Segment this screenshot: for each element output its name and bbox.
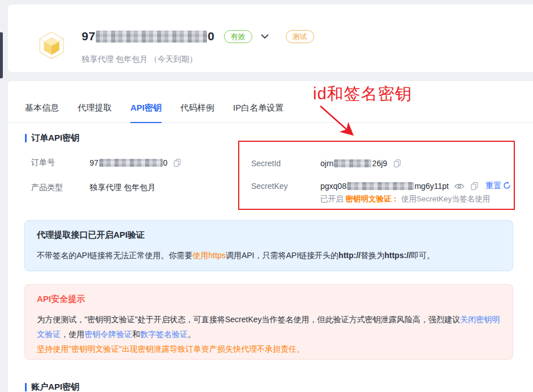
secret-key-label: SecretKey bbox=[251, 182, 320, 191]
censored-order-number-value bbox=[99, 159, 163, 167]
section-title-bar bbox=[25, 383, 27, 391]
show-secret-key-eye-icon[interactable] bbox=[454, 183, 464, 190]
annotation-arrow-icon bbox=[315, 103, 359, 142]
order-header-card: 970 有效 测试 独享代理 包年包月 （今天到期） bbox=[8, 5, 533, 72]
order-number-value: 970 bbox=[90, 158, 167, 167]
api-security-warning-box: API安全提示 为方便测试，"密钥明文验证"处于开启状态，可直接将SecretK… bbox=[24, 284, 513, 360]
test-badge: 测试 bbox=[286, 30, 314, 43]
secret-id-row: SecretId ojrn26j9 bbox=[251, 158, 401, 169]
account-api-key-section-title: 账户API密钥 bbox=[25, 382, 79, 392]
annotation-label: id和签名密钥 bbox=[313, 83, 412, 106]
warning-disclaimer-line: 坚持使用"密钥明文验证"出现密钥泄露导致订单资产损失快代理不承担责任。 bbox=[37, 342, 501, 356]
secret-key-value: pgxq08mg6y11pt bbox=[320, 182, 449, 191]
product-type-row: 产品类型 独享代理 包年包月 bbox=[31, 182, 155, 193]
info-box-title: 代理提取接口已开启API验证 bbox=[37, 230, 501, 241]
censored-order-number bbox=[96, 31, 207, 43]
product-type-value: 独享代理 包年包月 bbox=[90, 183, 155, 193]
plaintext-verification-note: 已开启 密钥明文验证： 使用SecretKey当签名使用 bbox=[320, 194, 490, 204]
tab-code-samples[interactable]: 代码样例 bbox=[180, 103, 214, 123]
api-key-card: 基本信息 代理提取 API密钥 代码样例 IP白名单设置 订单API密钥 订单号… bbox=[8, 81, 533, 392]
tab-proxy-extract[interactable]: 代理提取 bbox=[78, 103, 112, 123]
section-title-bar bbox=[25, 134, 27, 142]
order-number-row: 订单号 970 bbox=[31, 157, 181, 168]
tab-bar: 基本信息 代理提取 API密钥 代码样例 IP白名单设置 bbox=[8, 81, 533, 123]
copy-secret-key-icon[interactable] bbox=[470, 182, 479, 191]
signature-verification-link[interactable]: 数字签名验证 bbox=[140, 330, 188, 339]
api-verification-info-box: 代理提取接口已开启API验证 不带签名的API链接将无法正常使用。你需要使用ht… bbox=[24, 220, 513, 271]
status-badge: 有效 bbox=[224, 30, 252, 43]
copy-secret-id-icon[interactable] bbox=[393, 159, 401, 168]
product-cube-icon bbox=[35, 29, 68, 62]
secret-id-value: ojrn26j9 bbox=[320, 159, 387, 168]
order-number-title: 970 bbox=[82, 29, 215, 43]
censored-secret-id bbox=[334, 159, 371, 167]
use-https-link[interactable]: 使用https bbox=[193, 251, 226, 260]
page: 970 有效 测试 独享代理 包年包月 （今天到期） 基本信息 代理提取 API… bbox=[0, 0, 533, 392]
info-box-body: 不带签名的API链接将无法正常使用。你需要使用https调用API，只需将API… bbox=[37, 248, 501, 263]
chevron-down-icon[interactable] bbox=[261, 34, 269, 39]
token-verification-link[interactable]: 密钥令牌验证 bbox=[84, 330, 132, 339]
tab-ip-whitelist[interactable]: IP白名单设置 bbox=[233, 103, 284, 123]
reset-secret-key-button[interactable]: 重置 bbox=[485, 181, 511, 191]
left-edge-sliver bbox=[0, 32, 3, 78]
tab-basic-info[interactable]: 基本信息 bbox=[25, 103, 59, 123]
tab-api-key[interactable]: API密钥 bbox=[130, 103, 162, 123]
order-api-key-section-title: 订单API密钥 bbox=[25, 133, 79, 144]
order-subtitle: 独享代理 包年包月 （今天到期） bbox=[82, 54, 197, 65]
warning-box-title: API安全提示 bbox=[37, 294, 501, 305]
refresh-icon bbox=[503, 182, 511, 191]
secret-id-label: SecretId bbox=[251, 159, 320, 168]
copy-order-number-icon[interactable] bbox=[173, 158, 181, 167]
order-number-label: 订单号 bbox=[31, 158, 90, 168]
warning-box-body: 为方便测试，"密钥明文验证"处于开启状态，可直接将SecretKey当作签名使用… bbox=[37, 312, 501, 356]
secret-key-row: SecretKey pgxq08mg6y11pt 重置 bbox=[251, 180, 511, 192]
censored-secret-key bbox=[347, 182, 414, 190]
secret-keys-highlight-box: SecretId ojrn26j9 SecretKey pgxq08mg6y11… bbox=[238, 141, 515, 210]
product-type-label: 产品类型 bbox=[31, 183, 90, 193]
